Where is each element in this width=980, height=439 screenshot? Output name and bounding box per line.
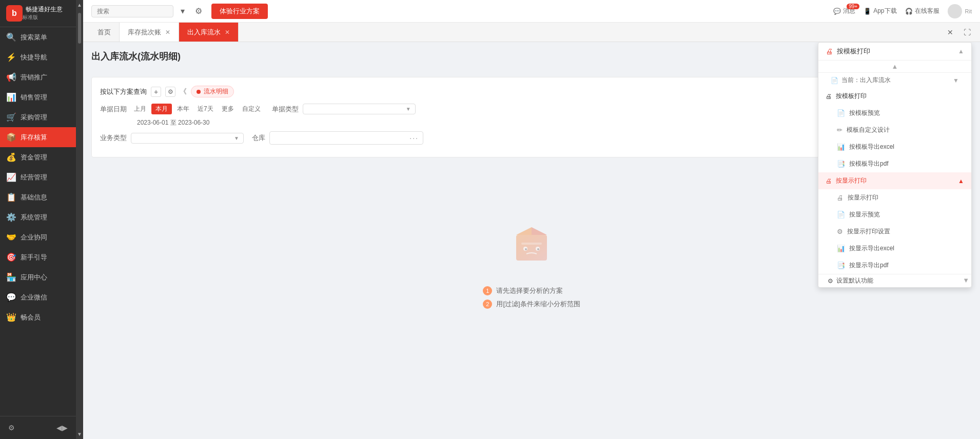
top-header: ▾ ⚙ 体验行业方案 💬 消息 99+ 📱 App下载 🎧 在线客服 (83, 0, 980, 23)
filter-tag[interactable]: 流水明细 (191, 86, 234, 97)
this-year-btn[interactable]: 本年 (174, 104, 192, 114)
collapse-sidebar-button[interactable]: ◀▶ (54, 422, 70, 434)
template-pdf-item[interactable]: 📑 按模板导出pdf (818, 155, 971, 172)
sidebar-item-wechat[interactable]: 💬 企业微信 (0, 287, 76, 307)
tab-batch[interactable]: 库存批次账 ✕ (120, 23, 179, 42)
template-print-section[interactable]: 🖨 按模板打印 (818, 88, 971, 105)
display-preview-item[interactable]: 📄 按显示预览 (818, 206, 971, 223)
tab-home[interactable]: 首页 (89, 23, 120, 42)
display-print-item[interactable]: 🖨 按显示打印 (818, 189, 971, 206)
sidebar-item-label: 销售管理 (21, 93, 47, 102)
sidebar-item-search[interactable]: 🔍 搜索菜单 (0, 27, 76, 47)
current-icon: 📄 (831, 77, 838, 84)
empty-box-svg (506, 217, 557, 268)
user-menu[interactable]: Rit (948, 4, 972, 18)
display-pdf-icon: 📑 (837, 262, 845, 269)
warehouse-dots: ··· (409, 134, 419, 142)
display-setting-label: 按显示打印设置 (847, 227, 890, 236)
sidebar-item-label: 系统管理 (21, 213, 47, 222)
display-preview-icon: 📄 (837, 211, 845, 218)
sidebar-item-sales[interactable]: 📊 销售管理 (0, 87, 76, 107)
doc-type-select[interactable]: ▼ (303, 104, 416, 114)
batch-tab-label: 库存批次账 (128, 28, 161, 37)
custom-date-btn[interactable]: 自定义 (239, 104, 264, 114)
trial-button[interactable]: 体验行业方案 (211, 4, 268, 19)
scroll-thumb (78, 13, 81, 44)
app-download-label: App下载 (873, 7, 896, 15)
print-scroll-down[interactable]: ⚙ 设置默认功能 ▼ (818, 274, 971, 287)
display-excel-item[interactable]: 📊 按显示导出excel (818, 240, 971, 257)
svg-marker-2 (532, 227, 547, 235)
display-setting-item[interactable]: ⚙ 按显示打印设置 (818, 223, 971, 240)
marketing-icon: 📢 (6, 72, 16, 82)
template-preview-label: 按模板预览 (849, 109, 880, 117)
filter-setting-button[interactable]: ⚙ (165, 87, 175, 97)
sidebar-item-membership[interactable]: 👑 畅会员 (0, 307, 76, 327)
more-date-btn[interactable]: 更多 (219, 104, 237, 114)
template-excel-icon: 📊 (837, 143, 845, 151)
maximize-tab-button[interactable]: ⛶ (961, 27, 974, 37)
sidebar-item-purchase[interactable]: 🛒 采购管理 (0, 107, 76, 127)
template-customize-icon: ✏ (837, 126, 842, 134)
sidebar-item-marketing[interactable]: 📢 营销推广 (0, 67, 76, 87)
warehouse-select[interactable]: ··· (269, 131, 423, 145)
purchase-icon: 🛒 (6, 112, 16, 122)
display-pdf-label: 按显示导出pdf (849, 261, 889, 270)
template-excel-item[interactable]: 📊 按模板导出excel (818, 138, 971, 155)
settings-button[interactable]: ⚙ (6, 422, 17, 434)
print-scroll-up[interactable]: ▲ (818, 61, 971, 73)
messages-button[interactable]: 💬 消息 99+ (833, 7, 855, 15)
template-customize-label: 模板自定义设计 (847, 126, 890, 134)
messages-badge: 99+ (847, 4, 859, 9)
sidebar-item-beginner[interactable]: 🎯 新手引导 (0, 247, 76, 267)
current-template-label: 📄 当前：出入库流水 ▼ (818, 73, 971, 88)
print-panel-collapse-button[interactable]: ▲ (958, 48, 964, 55)
flow-tab-close[interactable]: ✕ (225, 29, 230, 36)
sidebar-item-system[interactable]: ⚙️ 系统管理 (0, 207, 76, 227)
online-service-button[interactable]: 🎧 在线客服 (905, 7, 939, 15)
home-tab-label: 首页 (97, 28, 111, 37)
sidebar-item-operations[interactable]: 📈 经营管理 (0, 167, 76, 187)
header-dropdown-button[interactable]: ▾ (178, 5, 188, 17)
business-type-label: 业务类型 (100, 133, 127, 143)
sidebar-item-label: 经营管理 (21, 173, 47, 182)
display-print-icon: 🖨 (837, 194, 844, 202)
last-7days-btn[interactable]: 近7天 (194, 104, 217, 114)
default-setting-chevron: ▼ (963, 276, 969, 285)
app-download-button[interactable]: 📱 App下载 (864, 7, 896, 15)
business-type-select[interactable]: ▼ (131, 133, 244, 144)
template-preview-item[interactable]: 📄 按模板预览 (818, 105, 971, 122)
svg-point-7 (537, 248, 539, 250)
display-print-section[interactable]: 🖨 按显示打印 ▲ (818, 172, 971, 189)
scroll-up-button[interactable]: ▲ (77, 2, 82, 8)
operations-icon: 📈 (6, 172, 16, 182)
scroll-down-button[interactable]: ▼ (77, 431, 82, 437)
tab-flow[interactable]: 出入库流水 ✕ (179, 23, 239, 42)
svg-rect-0 (516, 235, 547, 261)
this-month-btn[interactable]: 本月 (151, 104, 172, 114)
filter-add-button[interactable]: + (151, 87, 161, 97)
close-tab-button[interactable]: ✕ (944, 27, 956, 37)
header-settings-button[interactable]: ⚙ (192, 5, 205, 17)
sidebar-item-appstore[interactable]: 🏪 应用中心 (0, 267, 76, 287)
headset-icon: 🎧 (905, 8, 913, 15)
template-customize-item[interactable]: ✏ 模板自定义设计 (818, 122, 971, 138)
batch-tab-close[interactable]: ✕ (165, 29, 170, 36)
header-search-area: ▾ ⚙ (91, 5, 205, 17)
step-num-2: 2 (483, 300, 492, 309)
sidebar-item-inventory[interactable]: 📦 库存核算 (0, 127, 76, 147)
filter-collapse-button[interactable]: 《 (180, 87, 187, 96)
enterprise-icon: 🤝 (6, 232, 16, 242)
sidebar-item-label: 新手引导 (21, 253, 47, 262)
sidebar-item-basic[interactable]: 📋 基础信息 (0, 187, 76, 207)
display-pdf-item[interactable]: 📑 按显示导出pdf (818, 257, 971, 274)
sidebar-item-enterprise[interactable]: 🤝 企业协同 (0, 227, 76, 247)
sidebar-item-quick-nav[interactable]: ⚡ 快捷导航 (0, 47, 76, 67)
template-pdf-label: 按模板导出pdf (849, 159, 889, 168)
sidebar-footer: ⚙ ◀▶ (0, 416, 76, 439)
sidebar-item-finance[interactable]: 💰 资金管理 (0, 147, 76, 167)
header-search-input[interactable] (91, 5, 173, 17)
empty-step-2: 2 用[过滤]条件来缩小分析范围 (483, 300, 580, 309)
last-month-btn[interactable]: 上月 (131, 104, 149, 114)
online-service-label: 在线客服 (915, 7, 939, 15)
